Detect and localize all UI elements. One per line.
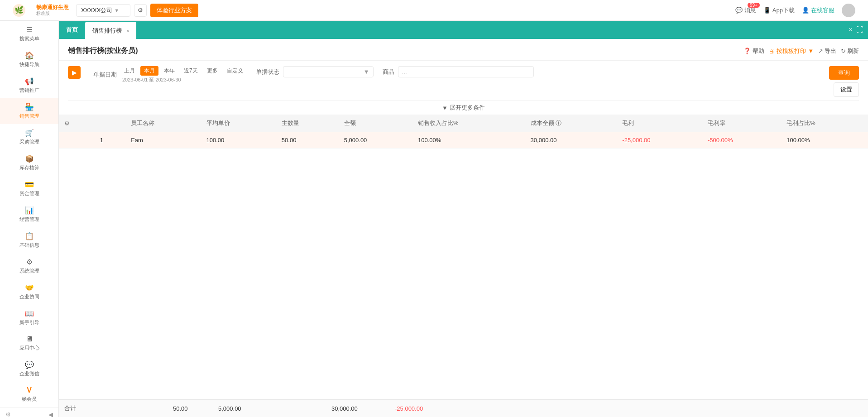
help-icon: ❓ xyxy=(743,48,751,54)
sidebar-label-search: 搜索菜单 xyxy=(19,35,39,42)
sidebar-item-management[interactable]: 📊 经营管理 xyxy=(0,201,58,227)
sidebar-item-apps[interactable]: 🖥 应用中心 xyxy=(0,331,58,356)
sidebar-label-system: 系统管理 xyxy=(19,268,39,274)
sidebar-item-marketing[interactable]: 📢 营销推广 xyxy=(0,72,58,98)
settings-btn[interactable]: 设置 xyxy=(834,82,859,97)
company-selector[interactable]: XXXXX公司 ▼ xyxy=(76,4,130,17)
collab-icon: 🤝 xyxy=(25,283,34,292)
sidebar-collapse-icon[interactable]: ◀ xyxy=(48,411,53,417)
help-btn[interactable]: ❓ 帮助 xyxy=(743,47,764,55)
export-icon: ↗ xyxy=(818,48,823,54)
print-label: 按模板打印 xyxy=(777,47,806,55)
row-cost: 30,000.00 xyxy=(525,132,617,149)
status-filter-label: 单据状态 xyxy=(256,68,279,76)
date-tab-custom[interactable]: 自定义 xyxy=(223,66,247,76)
refresh-icon: ↻ xyxy=(841,48,846,54)
row-profit-rate: -500.00% xyxy=(702,132,781,149)
sidebar-item-basic[interactable]: 📋 基础信息 xyxy=(0,227,58,253)
tab-sales-ranking[interactable]: 销售排行榜 × xyxy=(85,22,136,40)
page-header: 销售排行榜(按业务员) ❓ 帮助 🖨 按模板打印 ▼ ↗ xyxy=(59,39,868,61)
sidebar-item-wechat[interactable]: 💬 企业微信 xyxy=(0,356,58,382)
system-icon: ⚙ xyxy=(26,258,33,266)
date-tab-last-month[interactable]: 上月 xyxy=(120,66,139,76)
user-avatar[interactable] xyxy=(842,4,855,17)
sidebar-item-system[interactable]: ⚙ 系统管理 xyxy=(0,253,58,279)
finance-icon: 💳 xyxy=(25,180,34,189)
sidebar-item-purchase[interactable]: 🛒 采购管理 xyxy=(0,124,58,150)
sidebar-label-finance: 资金管理 xyxy=(19,190,39,197)
sidebar-item-sales[interactable]: 🏪 销售管理 xyxy=(0,98,58,124)
sidebar-item-inventory[interactable]: 📦 库存核算 xyxy=(0,150,58,176)
export-label: 导出 xyxy=(825,47,836,55)
th-name: 员工名称 xyxy=(125,115,201,132)
gear-icon: ⚙ xyxy=(138,7,143,14)
footer-cost: 30,000.00 xyxy=(331,405,386,412)
status-dropdown-icon: ▼ xyxy=(364,68,369,75)
sidebar-label-apps: 应用中心 xyxy=(19,345,39,351)
tab-sales-ranking-label: 销售排行榜 xyxy=(92,27,122,35)
table-area: ⚙ 员工名称 平均单价 主数量 全额 销售收入占比% 成本全额 ⓘ 毛利 毛利率 xyxy=(59,115,868,399)
sidebar-item-finance[interactable]: 💳 资金管理 xyxy=(0,176,58,201)
basic-icon: 📋 xyxy=(25,232,34,240)
tab-close-icon[interactable]: × xyxy=(126,28,129,34)
tab-home[interactable]: 首页 xyxy=(59,21,85,39)
message-btn[interactable]: 💬 消息 99+ xyxy=(735,6,756,14)
sidebar: ☰ 搜索菜单 🏠 快捷导航 📢 营销推广 🏪 销售管理 🛒 采购管理 📦 xyxy=(0,21,59,417)
main-area: ☰ 搜索菜单 🏠 快捷导航 📢 营销推广 🏪 销售管理 🛒 采购管理 📦 xyxy=(0,21,868,417)
th-avg-price: 平均单价 xyxy=(201,115,276,132)
app-download-label: App下载 xyxy=(772,6,795,14)
date-tab-this-year[interactable]: 本年 xyxy=(160,66,178,76)
sidebar-item-guide[interactable]: 📖 新手引导 xyxy=(0,305,58,331)
th-settings[interactable]: ⚙ xyxy=(59,115,95,132)
print-btn[interactable]: 🖨 按模板打印 ▼ xyxy=(769,47,814,55)
page-title: 销售排行榜(按业务员) xyxy=(68,46,138,56)
sidebar-label-nav: 快捷导航 xyxy=(19,61,39,68)
filter-section: ▶ 单据日期 上月 本月 本年 近7天 更多 xyxy=(59,61,868,115)
sidebar-item-member[interactable]: V 畅会员 xyxy=(0,382,58,407)
phone-icon: 📱 xyxy=(763,7,771,14)
sidebar-settings-icon[interactable]: ⚙ xyxy=(5,411,11,417)
forward-btn[interactable]: ▶ xyxy=(68,66,81,79)
status-select[interactable]: ▼ xyxy=(283,66,374,77)
print-icon: 🖨 xyxy=(769,48,775,54)
row-avg-price: 100.00 xyxy=(201,132,276,149)
topbar-settings-btn[interactable]: ⚙ xyxy=(134,4,147,17)
row-quantity: 50.00 xyxy=(276,132,339,149)
refresh-label: 刷新 xyxy=(847,47,859,55)
date-tab-7days[interactable]: 近7天 xyxy=(180,66,201,76)
export-btn[interactable]: ↗ 导出 xyxy=(818,47,836,55)
refresh-btn[interactable]: ↻ 刷新 xyxy=(841,47,859,55)
tab-maximize-btn[interactable]: ⛶ xyxy=(856,26,863,34)
trial-btn[interactable]: 体验行业方案 xyxy=(150,4,198,17)
online-service-btn[interactable]: 👤 在线客服 xyxy=(802,6,834,14)
sidebar-item-collab[interactable]: 🤝 企业协同 xyxy=(0,279,58,305)
app-download-btn[interactable]: 📱 App下载 xyxy=(763,6,795,14)
date-tab-more[interactable]: 更多 xyxy=(203,66,221,76)
date-tab-this-month[interactable]: 本月 xyxy=(140,66,158,76)
tab-close-btn[interactable]: × xyxy=(849,26,853,34)
sidebar-item-search[interactable]: ☰ 搜索菜单 xyxy=(0,21,58,47)
sidebar-label-inventory: 库存核算 xyxy=(19,164,39,171)
row-profit: -25,000.00 xyxy=(617,132,702,149)
top-bar-right: 💬 消息 99+ 📱 App下载 👤 在线客服 xyxy=(735,4,863,17)
sidebar-label-basic: 基础信息 xyxy=(19,242,39,249)
th-rank xyxy=(95,115,125,132)
top-bar: 🌿 畅康通好生意 标准版 XXXXX公司 ▼ ⚙ 体验行业方案 💬 消息 99+ xyxy=(0,0,868,21)
svg-text:🌿: 🌿 xyxy=(14,6,24,14)
date-filter-group: 单据日期 上月 本月 本年 近7天 更多 自定义 20 xyxy=(93,66,247,83)
table-header: ⚙ 员工名称 平均单价 主数量 全额 销售收入占比% 成本全额 ⓘ 毛利 毛利率 xyxy=(59,115,868,132)
row-sales-pct: 100.00% xyxy=(412,132,525,149)
query-btn[interactable]: 查询 xyxy=(829,66,859,80)
th-profit: 毛利 xyxy=(617,115,702,132)
status-filter-group: 单据状态 ▼ xyxy=(256,66,374,77)
guide-icon: 📖 xyxy=(25,309,34,318)
goods-input[interactable]: ... xyxy=(398,66,534,77)
footer-total: 合计 50.00 5,000.00 30,000.00 -25,000.00 xyxy=(64,404,863,412)
th-sales-pct: 销售收入占比% xyxy=(412,115,525,132)
sidebar-label-purchase: 采购管理 xyxy=(19,139,39,145)
goods-filter-group: 商品 ... xyxy=(383,66,534,77)
sidebar-item-nav[interactable]: 🏠 快捷导航 xyxy=(0,47,58,72)
th-profit-rate: 毛利率 xyxy=(702,115,781,132)
row-settings xyxy=(59,132,95,149)
more-conditions-btn[interactable]: ▼ 展开更多条件 xyxy=(68,101,859,115)
